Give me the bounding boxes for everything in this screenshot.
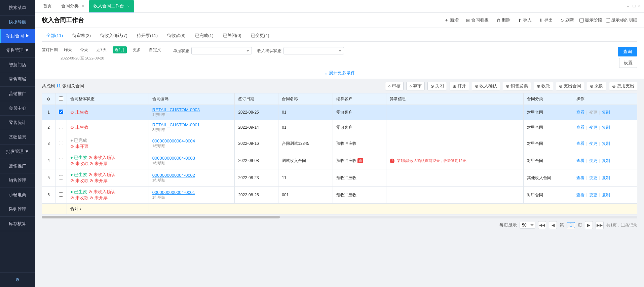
sidebar-item-retail-mgmt[interactable]: 零售管理 ▼	[0, 43, 35, 58]
import-button[interactable]: ⬆ 导入	[516, 16, 534, 24]
row-checkbox[interactable]	[59, 192, 63, 197]
delete-button[interactable]: 🗑 删除	[494, 16, 513, 24]
change-link[interactable]: 变更	[589, 125, 597, 130]
show-detail-checkbox[interactable]	[606, 18, 610, 23]
sidebar-item-member[interactable]: 会员中心	[0, 101, 35, 116]
doc-status-select[interactable]	[191, 47, 252, 54]
contract-code-link[interactable]: 0000000000004-0004	[152, 138, 195, 144]
view-link[interactable]: 查看	[576, 125, 584, 130]
sidebar-item-retail-mall[interactable]: 零售商城	[0, 72, 35, 87]
abandon-review-btn[interactable]: ○ 弃审	[406, 82, 425, 90]
query-button[interactable]: 查询	[618, 47, 637, 56]
status-tab-pending-review[interactable]: 待审核(2)	[68, 31, 96, 41]
close-icon[interactable]: ×	[82, 4, 84, 8]
last-page-btn[interactable]: ▶▶	[596, 221, 604, 229]
sidebar-item-basic-info[interactable]: 基础信息	[0, 130, 35, 145]
view-link[interactable]: 查看	[576, 110, 584, 115]
date-option-7days[interactable]: 近7天	[94, 46, 109, 53]
sidebar-item-marketing2[interactable]: 营销推广	[0, 159, 35, 173]
sidebar-item-sales-mgmt[interactable]: 销售管理	[0, 173, 35, 188]
sidebar-item-project[interactable]: 项目合同 ▶	[0, 29, 35, 43]
copy-link[interactable]: 复制	[602, 141, 610, 146]
horizontal-scrollbar[interactable]	[42, 216, 280, 218]
tab-home[interactable]: 首页	[38, 0, 56, 12]
new-button[interactable]: ＋ 新增	[442, 16, 461, 24]
sidebar-settings[interactable]: ⚙	[0, 272, 35, 287]
print-btn[interactable]: ⊞ 打开	[450, 82, 469, 90]
export-button[interactable]: ⬇ 导出	[537, 16, 555, 24]
sidebar-item-smart-store[interactable]: 智慧门店	[0, 58, 35, 72]
review-action-btn[interactable]: ○ 审核	[385, 82, 404, 90]
col-settings[interactable]: ⚙	[42, 93, 55, 105]
status-tab-pending-income-confirm[interactable]: 待收入确认(7)	[96, 31, 132, 41]
expense-out-btn[interactable]: ⊕ 费用支出	[609, 82, 637, 90]
close-icon[interactable]: ×	[127, 4, 129, 8]
copy-link[interactable]: 复制	[602, 193, 610, 197]
expand-conditions-btn[interactable]: ⌄ 展开更多条件	[324, 70, 355, 76]
status-tab-all[interactable]: 全部(11)	[42, 31, 68, 41]
date-option-today[interactable]: 今天	[78, 46, 90, 53]
view-link[interactable]: 查看	[576, 175, 584, 180]
first-page-btn[interactable]: ◀◀	[538, 221, 546, 229]
maximize-btn[interactable]: □	[633, 3, 636, 9]
row-checkbox[interactable]	[59, 141, 63, 145]
date-option-custom[interactable]: 自定义	[147, 46, 163, 53]
copy-link[interactable]: 复制	[602, 175, 610, 180]
per-page-select[interactable]: 50 20 100	[520, 222, 535, 229]
refresh-button[interactable]: ↻ 刷新	[558, 16, 576, 24]
date-option-more[interactable]: 更多	[131, 46, 143, 53]
status-tab-pending-receipt[interactable]: 待收款(8)	[162, 31, 190, 41]
sales-invoice-btn[interactable]: ⊕ 销售发票	[503, 82, 531, 90]
copy-link[interactable]: 复制	[602, 125, 610, 130]
row-checkbox[interactable]	[59, 175, 63, 179]
expense-contract-btn[interactable]: ⊕ 支出合同	[556, 82, 584, 90]
sidebar-item-retail-stats[interactable]: 零售统计	[0, 116, 35, 130]
view-link[interactable]: 查看	[576, 158, 584, 163]
status-tab-completed[interactable]: 已完成(1)	[190, 31, 218, 41]
contract-code-link[interactable]: 0000000000004-0002	[152, 173, 195, 178]
contract-code-link[interactable]: RETAIL_CUSTOM-0003	[152, 107, 200, 112]
contract-code-link[interactable]: 0000000000004-0003	[152, 156, 195, 161]
status-tab-pending-invoice[interactable]: 待开票(11)	[132, 31, 162, 41]
income-confirm-select[interactable]	[283, 47, 344, 54]
sidebar-item-purchase-mgmt[interactable]: 采购管理	[0, 202, 35, 217]
change-link[interactable]: 变更	[589, 193, 597, 197]
row-checkbox[interactable]	[59, 125, 63, 129]
set-button[interactable]: 设置	[619, 58, 637, 68]
contract-view-button[interactable]: ⊞ 合同看板	[464, 16, 491, 24]
income-confirm-btn[interactable]: ⊕ 收入确认	[472, 82, 500, 90]
tab-income-workbench[interactable]: 收入合同工作台 ×	[89, 0, 134, 12]
prev-page-btn[interactable]: ◀	[549, 221, 557, 229]
sidebar-item-wholesale-mgmt[interactable]: 批发管理 ▼	[0, 145, 35, 159]
select-all-checkbox[interactable]	[59, 96, 63, 101]
copy-link[interactable]: 复制	[602, 158, 610, 163]
contract-code-link[interactable]: 0000000000004-0001	[152, 190, 195, 195]
date-option-yesterday[interactable]: 昨天	[62, 46, 74, 53]
contract-code-link[interactable]: RETAIL_CUSTOM-0001	[152, 122, 200, 127]
change-link[interactable]: 变更	[589, 158, 597, 163]
sidebar-item-inventory[interactable]: 库存核算	[0, 217, 35, 231]
view-link[interactable]: 查看	[576, 141, 584, 146]
close-contract-btn[interactable]: ⊗ 关闭	[427, 82, 447, 90]
status-tab-changed[interactable]: 已变更(4)	[246, 31, 274, 41]
date-option-1month[interactable]: 近1月	[113, 46, 127, 53]
row-checkbox[interactable]	[59, 110, 63, 114]
copy-link[interactable]: 复制	[602, 110, 610, 115]
close-btn[interactable]: ×	[638, 3, 641, 9]
next-page-btn[interactable]: ▶	[585, 221, 593, 229]
show-stage-checkbox[interactable]	[579, 18, 584, 23]
change-link[interactable]: 变更	[589, 141, 597, 146]
sidebar-item-marketing[interactable]: 营销推广	[0, 87, 35, 101]
purchase-btn[interactable]: ⊕ 采购	[587, 82, 606, 90]
show-stage-checkbox-label[interactable]: 显示阶段	[579, 17, 602, 23]
minimize-btn[interactable]: －	[626, 3, 630, 9]
tab-contract-category[interactable]: 合同分类 ×	[56, 0, 89, 12]
sidebar-search[interactable]: 搜索菜单	[0, 0, 35, 16]
sidebar-item-xiaochange[interactable]: 小畅电商	[0, 188, 35, 202]
view-link[interactable]: 查看	[576, 193, 584, 197]
status-tab-closed[interactable]: 已关闭(0)	[218, 31, 246, 41]
receipt-btn[interactable]: ⊕ 收款	[534, 82, 553, 90]
change-link[interactable]: 变更	[589, 175, 597, 180]
row-checkbox[interactable]	[59, 158, 63, 162]
show-detail-checkbox-label[interactable]: 显示标的明细	[606, 17, 637, 23]
